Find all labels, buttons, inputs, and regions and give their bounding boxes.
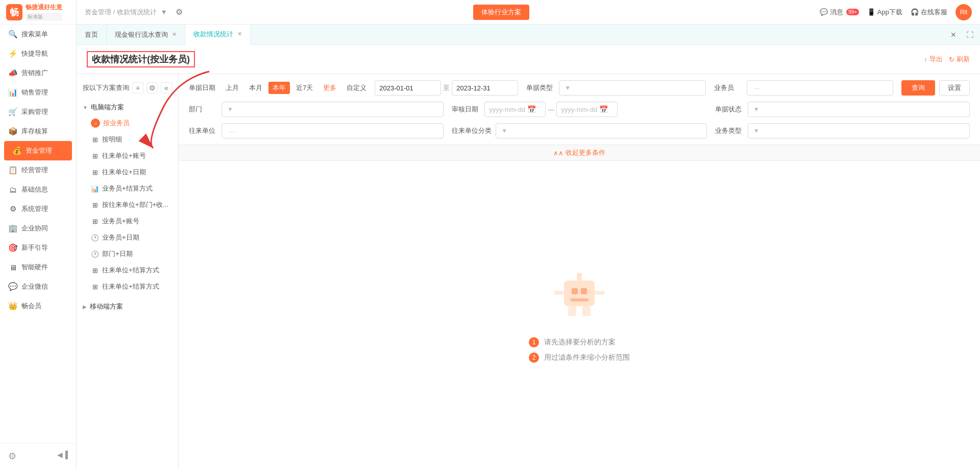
date-shortcuts: 上月 本月 本年 近7天 更多 自定义 [222,82,371,94]
sidebar-collapse-btn[interactable]: ◀▐ [57,451,68,462]
desktop-group-header[interactable]: ▼ 电脑端方案 [77,100,178,115]
scheme-item-by-details[interactable]: ⊞ 按明细 [77,131,178,148]
scheme-item-supplier-account[interactable]: ⊞ 往来单位+账号 [77,148,178,164]
close-bank-flow-tab-icon[interactable]: ✕ [172,31,177,38]
sidebar-item-purchase[interactable]: 🛒 采购管理 [0,102,76,122]
collapse-button[interactable]: ∧∧ 收起更多条件 [553,148,605,157]
collapse-panel-button[interactable]: « [161,82,172,93]
header-settings-icon[interactable]: ⚙ [176,7,183,17]
settings-button[interactable]: 设置 [939,80,970,96]
scheme-settings-button[interactable]: ⚙ [146,82,158,93]
audit-from-input[interactable]: yyyy-mm-dd 📅 [484,102,546,117]
scheme-item-salesperson-account[interactable]: ⊞ 业务员+账号 [77,213,178,229]
salesperson-input[interactable]: ··· [747,80,893,96]
dept-input[interactable]: ▼ [222,102,444,117]
scheme-label-dept-date: 部门+日期 [102,249,133,259]
svg-rect-7 [568,306,576,316]
shortcut-more[interactable]: 更多 [319,82,340,94]
sidebar-item-smart-hw[interactable]: 🖥 智能硬件 [0,257,76,277]
desktop-group-arrow-icon: ▼ [83,105,88,110]
page-header: 收款情况统计(按业务员) ↑ 导出 ↻ 刷新 [77,45,980,74]
close-receipt-stats-tab-icon[interactable]: ✕ [237,31,242,37]
collapse-up-icon: ∧∧ [553,149,564,157]
notification-button[interactable]: 💬 消息 99+ [820,8,859,17]
shortcut-last-month[interactable]: 上月 [222,82,243,94]
notification-icon: 💬 [820,8,828,16]
refresh-button[interactable]: ↻ 刷新 [949,55,970,64]
tab-receipt-stats[interactable]: 收款情况统计 ✕ [185,25,251,45]
scheme-item-by-salesperson[interactable]: ○ 按业务员 [77,115,178,131]
date-to-input[interactable]: 2023-12-31 [452,80,518,96]
shortcut-custom[interactable]: 自定义 [342,82,371,94]
date-from-input[interactable]: 2023-01-01 [375,80,441,96]
online-service-button[interactable]: 🎧 在线客服 [911,8,947,17]
close-all-tabs-icon[interactable]: ✕ [947,29,960,41]
shortcut-7days[interactable]: 近7天 [292,82,317,94]
dept-dropdown-icon: ▼ [227,106,233,113]
scheme-item-supplier-dept[interactable]: ⊞ 按往来单位+部门+收... [77,197,178,213]
scheme-item-dept-date[interactable]: 🕐 部门+日期 [77,246,178,262]
scheme-label-supplier-settle1: 往来单位+结算方式 [102,266,159,275]
add-scheme-button[interactable]: + [132,82,143,93]
business-icon: 📋 [8,166,17,175]
sidebar-settings-btn[interactable]: ⚙ [8,451,16,462]
audit-date-range: yyyy-mm-dd 📅 — yyyy-mm-dd 📅 [484,102,618,117]
counterpart-input[interactable]: ··· [222,123,444,138]
sidebar-item-member[interactable]: 👑 畅会员 [0,296,76,316]
guide-icon: 🎯 [8,243,17,252]
trial-button[interactable]: 体验行业方案 [473,5,529,20]
export-button[interactable]: ↑ 导出 [924,55,943,64]
tabs-bar: 首页 现金银行流水查询 ✕ 收款情况统计 ✕ ✕ ⛶ [77,25,980,45]
sidebar-item-base-info[interactable]: 🗂 基础信息 [0,180,76,199]
scheme-label-by-salesperson: 按业务员 [103,119,130,128]
tab-home[interactable]: 首页 [77,25,107,45]
audit-to-input[interactable]: yyyy-mm-dd 📅 [556,102,618,117]
sidebar-item-system[interactable]: ⚙ 系统管理 [0,199,76,219]
user-avatar[interactable]: Rit [955,4,972,20]
collapse-row: ∧∧ 收起更多条件 [179,145,980,161]
form-row-1: 单据日期 上月 本月 本年 近7天 更多 自定义 [189,80,970,96]
scheme-item-salesperson-date[interactable]: 🕐 业务员+日期 [77,229,178,246]
shortcut-this-year[interactable]: 本年 [268,82,290,94]
mobile-group-header[interactable]: ▶ 移动端方案 [77,299,178,314]
member-icon: 👑 [8,301,17,311]
form-row-3: 往来单位 ··· 往来单位分类 ▼ 业务类型 [189,123,970,138]
sidebar-item-inventory[interactable]: 📦 库存核算 [0,122,76,141]
sidebar-item-search-menu[interactable]: 🔍 搜索菜单 [0,25,76,44]
sidebar-item-quick-nav[interactable]: ⚡ 快捷导航 [0,44,76,63]
doc-status-input[interactable]: ▼ [748,102,970,117]
sidebar-item-marketing[interactable]: 📣 营销推广 [0,63,76,83]
app-download-button[interactable]: 📱 App下载 [867,8,902,17]
scheme-item-supplier-settle1[interactable]: ⊞ 往来单位+结算方式 [77,262,178,278]
sidebar-item-finance[interactable]: 💰 资金管理 [4,141,72,160]
scheme-item-salesperson-settle[interactable]: 📊 业务员+结算方式 [77,180,178,197]
app-name: 畅捷通好生意 [26,3,62,12]
scheme-item-supplier-date[interactable]: ⊞ 往来单位+日期 [77,164,178,180]
sidebar-item-wechat[interactable]: 💬 企业微信 [0,277,76,296]
query-button[interactable]: 查询 [901,80,935,96]
empty-illustration [549,268,610,329]
step-2-text: 用过滤条件来缩小分析范围 [544,353,630,362]
filter-panel-title: 按以下方案查询 [83,83,129,92]
empty-state: 1 请先选择要分析的方案 2 用过滤条件来缩小分析范围 [179,161,980,469]
step-1-text: 请先选择要分析的方案 [544,338,616,347]
doc-type-dropdown-icon: ▼ [565,84,571,91]
counterpart-category-input[interactable]: ▼ [496,123,706,138]
fullscreen-icon[interactable]: ⛶ [964,29,976,41]
business-type-input[interactable]: ▼ [748,123,970,138]
doc-type-input[interactable]: ▼ [559,80,705,96]
audit-date-separator: — [548,106,554,113]
query-form: 单据日期 上月 本月 本年 近7天 更多 自定义 [179,74,980,145]
mobile-schemes-group: ▶ 移动端方案 [77,297,178,316]
sidebar-item-business[interactable]: 📋 经营管理 [0,160,76,180]
sidebar-item-sales[interactable]: 📊 销售管理 [0,83,76,102]
scheme-item-supplier-settle2[interactable]: ⊞ 往来单位+结算方式 [77,278,178,295]
app-download-icon: 📱 [867,8,875,16]
tab-bank-flow[interactable]: 现金银行流水查询 ✕ [107,25,185,45]
shortcut-this-month[interactable]: 本月 [245,82,266,94]
sidebar-item-enterprise[interactable]: 🏢 企业协同 [0,219,76,238]
sidebar-item-guide[interactable]: 🎯 新手引导 [0,238,76,257]
dept-label: 部门 [189,105,217,114]
empty-robot-svg [549,268,610,329]
breadcrumb-dropdown-icon[interactable]: ▼ [161,8,167,16]
